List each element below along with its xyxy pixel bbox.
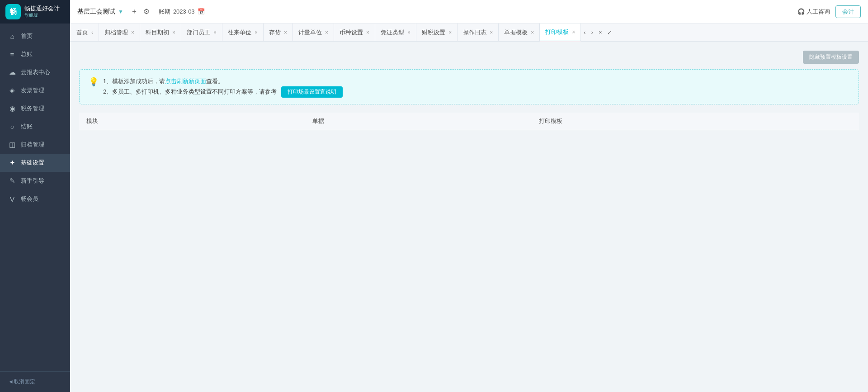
tab-archive[interactable]: 归档管理 × xyxy=(99,24,140,42)
info-line1-prefix: 1、模板添加成功后，请 xyxy=(103,78,165,85)
invoice-icon: ◈ xyxy=(8,86,16,94)
tab-home-label: 首页 xyxy=(76,28,88,37)
tab-inventory-close[interactable]: × xyxy=(284,29,287,36)
home-icon: ⌂ xyxy=(8,33,16,40)
tab-prev-button[interactable]: ‹ xyxy=(581,24,588,42)
tab-unit-label: 计量单位 xyxy=(298,28,322,37)
tab-archive-label: 归档管理 xyxy=(104,28,128,37)
tab-voucher-label: 凭证类型 xyxy=(381,28,404,37)
info-line2-text: 2、多员工、多打印机、多种业务类型设置不同打印方案等，请参考 xyxy=(103,88,277,95)
sidebar-item-label: 总账 xyxy=(21,50,33,58)
period-label: 账期 xyxy=(159,8,170,16)
tab-home-nav[interactable]: ‹ xyxy=(91,29,93,36)
top-bar-right: 🎧 人工咨询 会计 xyxy=(797,5,861,18)
tab-oplog[interactable]: 操作日志 × xyxy=(458,24,499,42)
top-bar-actions: ＋ ⚙ xyxy=(131,7,150,16)
sidebar-item-label: 归档管理 xyxy=(21,141,44,149)
period-value: 2023-03 xyxy=(173,8,195,15)
sidebar-logo: 畅 畅捷通好会计 旗舰版 xyxy=(0,0,70,24)
tab-receipt-label: 单据模板 xyxy=(504,28,528,37)
tab-subject-label: 科目期初 xyxy=(146,28,169,37)
sidebar-item-label: 发票管理 xyxy=(21,86,44,94)
ai-consult-label: 人工咨询 xyxy=(807,8,830,16)
add-tab-button[interactable]: ＋ xyxy=(131,7,138,16)
sidebar: 畅 畅捷通好会计 旗舰版 ⌂ 首页 ≡ 总账 ☁ 云报表中心 ◈ 发票管理 ◉ … xyxy=(0,0,70,392)
settings-icon: ✦ xyxy=(8,159,16,167)
member-icon: V xyxy=(8,195,16,203)
unpin-button[interactable]: ◄取消固定 xyxy=(0,371,70,392)
tab-bar: 首页 ‹ 归档管理 × 科目期初 × 部门员工 × 往来单位 × 存货 × 计量… xyxy=(70,24,868,42)
sidebar-item-checkout[interactable]: ○ 结账 xyxy=(0,118,70,136)
archive-icon: ◫ xyxy=(8,141,16,149)
tab-department-close[interactable]: × xyxy=(213,29,217,36)
tab-partner[interactable]: 往来单位 × xyxy=(222,24,264,42)
sidebar-item-label: 畅会员 xyxy=(21,195,38,203)
sidebar-item-invoice[interactable]: ◈ 发票管理 xyxy=(0,81,70,99)
tab-oplog-close[interactable]: × xyxy=(490,29,493,36)
hide-template-button[interactable]: 隐藏预置模板设置 xyxy=(803,51,859,64)
col-module: 模块 xyxy=(79,113,305,130)
sidebar-item-guide[interactable]: ✎ 新手引导 xyxy=(0,172,70,190)
tab-partner-close[interactable]: × xyxy=(255,29,258,36)
period-info: 账期 2023-03 📅 xyxy=(159,8,205,16)
tab-print-close[interactable]: × xyxy=(572,29,575,35)
cloud-icon: ☁ xyxy=(8,68,16,76)
company-selector[interactable]: 基层工会测试 ▼ xyxy=(77,8,123,16)
tab-print[interactable]: 打印模板 × xyxy=(540,24,581,42)
sidebar-item-archive[interactable]: ◫ 归档管理 xyxy=(0,136,70,154)
sidebar-item-settings[interactable]: ✦ 基础设置 xyxy=(0,154,70,172)
tab-currency-close[interactable]: × xyxy=(366,29,369,36)
top-bar: 基层工会测试 ▼ ＋ ⚙ 账期 2023-03 📅 🎧 人工咨询 会计 xyxy=(70,0,868,24)
info-box-content: 1、模板添加成功后，请点击刷新新页面查看。 2、多员工、多打印机、多种业务类型设… xyxy=(103,76,343,98)
print-template-table: 模块 单据 打印模板 xyxy=(79,113,859,130)
tab-oplog-label: 操作日志 xyxy=(463,28,486,37)
sidebar-item-ledger[interactable]: ≡ 总账 xyxy=(0,45,70,63)
tab-inventory[interactable]: 存货 × xyxy=(264,24,293,42)
company-name: 基层工会测试 xyxy=(77,8,115,16)
tab-taxset[interactable]: 财税设置 × xyxy=(416,24,458,42)
explain-button[interactable]: 打印场景设置宜说明 xyxy=(281,86,343,98)
tab-archive-close[interactable]: × xyxy=(131,29,134,36)
logo-icon: 畅 xyxy=(5,4,21,19)
tab-next-button[interactable]: › xyxy=(589,24,596,42)
ai-consult-button[interactable]: 🎧 人工咨询 xyxy=(797,8,830,16)
tab-receipt[interactable]: 单据模板 × xyxy=(499,24,540,42)
sidebar-item-home[interactable]: ⌂ 首页 xyxy=(0,27,70,45)
tab-department[interactable]: 部门员工 × xyxy=(181,24,222,42)
tab-print-label: 打印模板 xyxy=(545,28,569,36)
sidebar-item-member[interactable]: V 畅会员 xyxy=(0,190,70,208)
tab-unit[interactable]: 计量单位 × xyxy=(293,24,334,42)
refresh-link[interactable]: 点击刷新新页面 xyxy=(165,78,206,85)
company-dropdown-icon: ▼ xyxy=(118,9,123,15)
tab-partner-label: 往来单位 xyxy=(228,28,251,37)
tab-unit-close[interactable]: × xyxy=(325,29,328,36)
main-area: 基层工会测试 ▼ ＋ ⚙ 账期 2023-03 📅 🎧 人工咨询 会计 首页 ‹… xyxy=(70,0,868,392)
sidebar-item-tax[interactable]: ◉ 税务管理 xyxy=(0,99,70,118)
checkout-icon: ○ xyxy=(8,123,16,131)
tab-department-label: 部门员工 xyxy=(187,28,210,37)
logo-sub: 旗舰版 xyxy=(24,12,60,19)
info-line1: 1、模板添加成功后，请点击刷新新页面查看。 xyxy=(103,76,343,86)
sidebar-item-reports[interactable]: ☁ 云报表中心 xyxy=(0,63,70,81)
tab-currency-label: 币种设置 xyxy=(340,28,363,37)
sidebar-item-label: 税务管理 xyxy=(21,104,44,113)
sidebar-nav: ⌂ 首页 ≡ 总账 ☁ 云报表中心 ◈ 发票管理 ◉ 税务管理 ○ 结账 ◫ 归… xyxy=(0,24,70,371)
table-header: 模块 单据 打印模板 xyxy=(79,113,859,130)
calendar-icon[interactable]: 📅 xyxy=(198,8,205,15)
tab-close-all-button[interactable]: × xyxy=(596,24,605,42)
content-area: 隐藏预置模板设置 💡 1、模板添加成功后，请点击刷新新页面查看。 2、多员工、多… xyxy=(70,42,868,392)
tab-expand-button[interactable]: ⤢ xyxy=(604,24,615,42)
tab-taxset-close[interactable]: × xyxy=(448,29,452,36)
settings-gear-button[interactable]: ⚙ xyxy=(143,7,150,16)
tab-subject-close[interactable]: × xyxy=(172,29,175,36)
tab-home[interactable]: 首页 ‹ xyxy=(71,24,99,42)
logo-name: 畅捷通好会计 xyxy=(24,5,60,13)
tab-subject[interactable]: 科目期初 × xyxy=(140,24,181,42)
tab-voucher[interactable]: 凭证类型 × xyxy=(375,24,416,42)
kuaiji-button[interactable]: 会计 xyxy=(835,5,861,18)
tab-receipt-close[interactable]: × xyxy=(531,29,534,36)
col-receipt: 单据 xyxy=(305,113,531,130)
tab-currency[interactable]: 币种设置 × xyxy=(334,24,375,42)
tab-voucher-close[interactable]: × xyxy=(407,29,410,36)
tab-taxset-label: 财税设置 xyxy=(422,28,445,37)
